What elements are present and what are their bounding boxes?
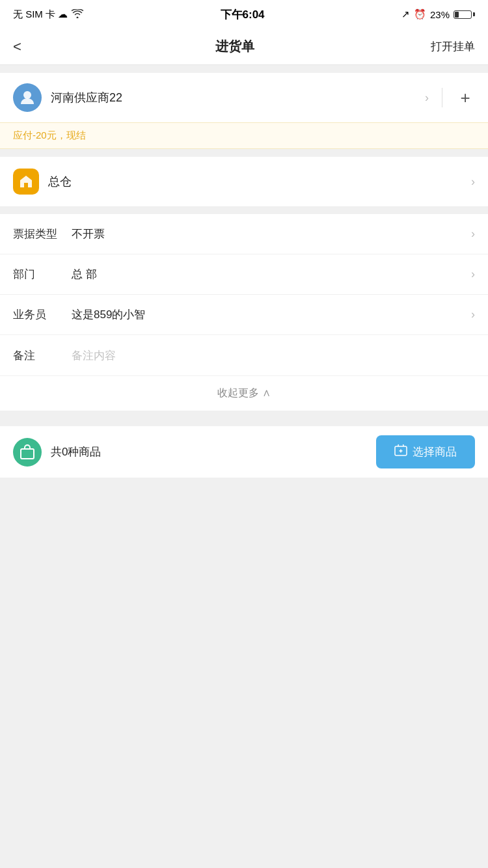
- supplier-avatar: [13, 83, 42, 112]
- back-button[interactable]: <: [13, 38, 39, 55]
- warehouse-row[interactable]: 总仓 ›: [0, 157, 488, 206]
- svg-rect-2: [21, 449, 34, 459]
- svg-point-0: [23, 91, 31, 99]
- location-icon: ↗: [401, 8, 410, 20]
- page-title: 进货单: [215, 38, 254, 55]
- salesperson-value: 这是859的小智: [72, 307, 471, 322]
- dept-row[interactable]: 部门 总 部 ›: [0, 254, 488, 295]
- battery-pct: 23%: [430, 9, 450, 20]
- salesperson-label: 业务员: [13, 307, 72, 322]
- select-product-label: 选择商品: [413, 444, 457, 459]
- invoice-chevron-icon: ›: [471, 227, 475, 241]
- warehouse-chevron-icon: ›: [471, 175, 475, 189]
- remark-label: 备注: [13, 348, 72, 363]
- page-background: [0, 478, 488, 673]
- dept-chevron-icon: ›: [471, 267, 475, 281]
- dept-value: 总 部: [72, 267, 471, 282]
- open-pending-button[interactable]: 打开挂单: [431, 39, 475, 54]
- status-time: 下午6:04: [221, 7, 265, 22]
- select-product-button[interactable]: 选择商品: [376, 435, 475, 468]
- supplier-row[interactable]: 河南供应商22 › +: [0, 73, 488, 122]
- product-icon: [13, 438, 42, 467]
- section-gap-1: [0, 65, 488, 73]
- wifi-icon: [72, 9, 83, 20]
- svg-rect-1: [24, 183, 28, 187]
- product-bar: 共0种商品 选择商品: [0, 426, 488, 478]
- battery-icon: [454, 10, 475, 19]
- invoice-row[interactable]: 票据类型 不开票 ›: [0, 214, 488, 254]
- product-count-label: 共0种商品: [51, 444, 376, 459]
- supplier-section: 河南供应商22 › + 应付-20元，现结: [0, 73, 488, 149]
- status-bar: 无 SIM 卡 ☁ 下午6:04 ↗ ⏰ 23%: [0, 0, 488, 29]
- add-supplier-button[interactable]: +: [455, 88, 475, 108]
- collapse-label: 收起更多 ∧: [217, 387, 270, 400]
- alarm-icon: ⏰: [414, 8, 426, 20]
- dept-label: 部门: [13, 267, 72, 282]
- salesperson-chevron-icon: ›: [471, 308, 475, 321]
- form-section: 票据类型 不开票 › 部门 总 部 › 业务员 这是859的小智 › 备注 备注…: [0, 214, 488, 375]
- select-product-icon: [394, 444, 407, 459]
- warehouse-icon: [13, 169, 39, 195]
- supplier-chevron-icon: ›: [425, 91, 429, 105]
- invoice-label: 票据类型: [13, 226, 72, 241]
- status-left: 无 SIM 卡 ☁: [13, 8, 83, 21]
- nav-bar: < 进货单 打开挂单: [0, 29, 488, 65]
- section-gap-2: [0, 411, 488, 418]
- notice-bar: 应付-20元，现结: [0, 122, 488, 149]
- collapse-button[interactable]: 收起更多 ∧: [0, 375, 488, 411]
- supplier-divider: [442, 88, 442, 107]
- remark-row[interactable]: 备注 备注内容: [0, 335, 488, 375]
- invoice-value: 不开票: [72, 226, 471, 241]
- sim-label: 无 SIM 卡 ☁: [13, 8, 68, 21]
- supplier-name: 河南供应商22: [51, 90, 425, 105]
- status-right: ↗ ⏰ 23%: [401, 8, 475, 20]
- warehouse-name: 总仓: [48, 174, 471, 189]
- remark-input[interactable]: 备注内容: [72, 348, 475, 363]
- salesperson-row[interactable]: 业务员 这是859的小智 ›: [0, 295, 488, 335]
